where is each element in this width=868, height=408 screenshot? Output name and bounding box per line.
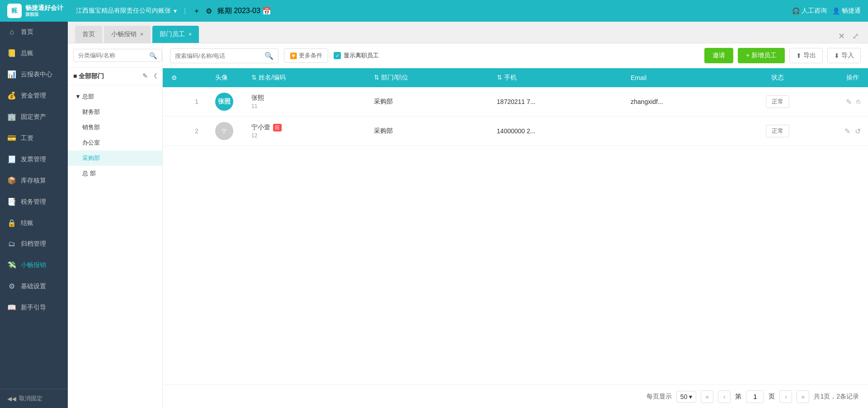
export-btn[interactable]: ⬆ 导出: [789, 48, 823, 63]
dept-node-zongbu[interactable]: ▼ 总部: [68, 89, 162, 104]
dept-zongbu-label: ▼ 总部: [75, 93, 94, 101]
sidebar-item-tax[interactable]: 📑 税务管理: [0, 191, 68, 212]
filter-label: 更多条件: [299, 52, 322, 60]
tab-expense-label: 小畅报销: [111, 30, 137, 38]
employee-search-field[interactable]: 🔍: [170, 48, 278, 63]
sidebar-item-assets[interactable]: 🏢 固定资产: [0, 106, 68, 127]
close-window-btn[interactable]: ✕: [836, 29, 847, 43]
row2-refresh-btn[interactable]: ↺: [855, 127, 861, 136]
collapse-tree-btn[interactable]: 《: [151, 72, 157, 80]
sidebar-item-general-ledger[interactable]: 📒 总账: [0, 42, 68, 64]
sidebar-label-tax: 税务管理: [21, 198, 46, 206]
show-resigned-label: 显示离职员工: [344, 52, 379, 60]
sidebar-item-reports[interactable]: 📊 云报表中心: [0, 64, 68, 85]
sidebar-item-archive[interactable]: 🗂 归档管理: [0, 234, 68, 254]
dept-node-bangongshi[interactable]: 办公室: [68, 135, 162, 150]
last-page-btn[interactable]: »: [797, 390, 809, 403]
col-name-code[interactable]: ⇅ 姓名/编码: [244, 68, 367, 87]
settings-btn[interactable]: ⚙: [206, 7, 212, 15]
col-settings-icon: ⚙: [171, 74, 177, 81]
col-name-code-label: ⇅ 姓名/编码: [251, 74, 286, 81]
col-dept[interactable]: ⇅ 部门/职位: [367, 68, 489, 87]
row2-email: [623, 117, 741, 146]
tab-actions: ✕ ⤢: [836, 29, 861, 43]
toolbar-right: 邀请 + 新增员工 ⬆ 导出 ⬇ 导入: [704, 48, 861, 63]
show-resigned-toggle[interactable]: ✓ 显示离职员工: [334, 52, 379, 60]
import-icon: ⬇: [834, 52, 840, 59]
dropdown-icon: ▾: [174, 7, 177, 14]
tab-expense-close[interactable]: ×: [140, 31, 143, 38]
dept-node-caigoubu[interactable]: 采购部: [68, 150, 162, 166]
dept-node-caiwubu[interactable]: 财务部: [68, 104, 162, 120]
row1-edit-btn[interactable]: ✎: [846, 98, 852, 106]
employee-search-input[interactable]: [175, 52, 262, 59]
user-profile-btn[interactable]: 👤 畅捷通: [832, 7, 861, 15]
content-area: 首页 小畅报销 × 部门员工 × ✕ ⤢ 🔍: [68, 22, 868, 408]
dept-node-xiaoshoubu[interactable]: 销售部: [68, 120, 162, 135]
more-filter-btn[interactable]: 🔽 更多条件: [284, 48, 328, 63]
left-panel: 🔍 ■ 全部部门 ✎ 《 ▼ 总部 财务部: [68, 43, 163, 408]
row1-name: 张熙: [251, 94, 359, 102]
sidebar-item-expense[interactable]: 💸 小畅报销: [0, 254, 68, 276]
ai-consult-btn[interactable]: 🎧 人工咨询: [792, 7, 827, 15]
tab-expense[interactable]: 小畅报销 ×: [104, 26, 151, 43]
period-label: 账期: [217, 6, 232, 16]
ai-consult-label: 人工咨询: [802, 7, 827, 15]
dept-node-zongbu2[interactable]: 总 部: [68, 166, 162, 181]
prev-page-btn[interactable]: ‹: [718, 390, 731, 403]
dept-xiaoshoubu-label: 销售部: [82, 123, 100, 131]
sidebar: ⌂ 首页 📒 总账 📊 云报表中心 💰 资金管理 🏢 固定资产 💳 工资 🧾 发…: [0, 22, 68, 408]
show-resigned-checkbox[interactable]: ✓: [334, 52, 341, 59]
row2-edit-btn[interactable]: ✎: [844, 127, 850, 136]
table-row: 1 张照 张熙 11 采购部: [163, 87, 868, 117]
accounting-period[interactable]: 账期 2023-03 📅: [217, 6, 271, 16]
row1-actions: ✎ ⎋: [814, 87, 868, 117]
invoice-icon: 🧾: [7, 155, 16, 164]
page-number-input[interactable]: [746, 390, 764, 403]
col-avatar: 头像: [208, 68, 244, 87]
col-actions: 操作: [814, 68, 868, 87]
sidebar-item-invoice[interactable]: 🧾 发票管理: [0, 149, 68, 170]
col-settings[interactable]: ⚙: [163, 68, 185, 87]
lock-icon: 🔒: [7, 219, 16, 227]
import-btn[interactable]: ⬇ 导入: [827, 48, 861, 63]
maximize-btn[interactable]: ⤢: [850, 29, 861, 43]
row1-logout-btn[interactable]: ⎋: [856, 98, 861, 106]
sidebar-item-payroll[interactable]: 💳 工资: [0, 127, 68, 149]
tabs-bar: 首页 小畅报销 × 部门员工 × ✕ ⤢: [68, 22, 868, 43]
add-employee-btn[interactable]: + 新增员工: [738, 48, 785, 63]
pin-icon: ◀◀: [7, 395, 16, 402]
company-selector[interactable]: 江西服宝精品有限责任公司内账张 ▾: [76, 7, 177, 15]
dept-search-input[interactable]: [73, 49, 162, 62]
add-company-btn[interactable]: ＋: [193, 6, 200, 16]
dept-search-icon[interactable]: 🔍: [149, 52, 157, 59]
dept-caiwubu-label: 财务部: [82, 108, 100, 116]
sidebar-item-guide[interactable]: 📖 新手引导: [0, 297, 68, 318]
sidebar-item-funds[interactable]: 💰 资金管理: [0, 85, 68, 106]
employee-table: ⚙ 头像 ⇅ 姓名/编码 ⇅ 部门/职位: [163, 68, 868, 146]
sidebar-label-close: 结账: [21, 219, 33, 227]
headset-icon: 🎧: [792, 7, 800, 14]
sidebar-item-close[interactable]: 🔒 结账: [0, 212, 68, 234]
row1-status: 正常: [741, 87, 814, 117]
per-page-value: 50: [680, 393, 688, 400]
first-page-btn[interactable]: «: [701, 390, 713, 403]
tab-department[interactable]: 部门员工 ×: [152, 26, 199, 43]
cancel-pin-btn[interactable]: ◀◀ 取消固定: [0, 389, 68, 408]
invite-btn[interactable]: 邀请: [704, 48, 733, 63]
building-icon: 🏢: [7, 113, 16, 121]
next-page-btn[interactable]: ›: [779, 390, 792, 403]
sidebar-item-settings[interactable]: ⚙ 基础设置: [0, 276, 68, 297]
tab-home[interactable]: 首页: [75, 26, 102, 43]
sidebar-label-assets: 固定资产: [21, 113, 46, 121]
sidebar-item-home[interactable]: ⌂ 首页: [0, 22, 68, 42]
sidebar-item-inventory[interactable]: 📦 库存核算: [0, 170, 68, 191]
tab-department-close[interactable]: ×: [189, 31, 192, 38]
col-phone[interactable]: ⇅ 手机: [490, 68, 623, 87]
import-label: 导入: [841, 52, 854, 60]
company-name: 江西服宝精品有限责任公司内账张: [76, 7, 171, 15]
avatar-ningxiaoyi: 宁: [215, 122, 233, 140]
per-page-select[interactable]: 50 ▾: [676, 391, 697, 403]
dept-bangongshi-label: 办公室: [82, 139, 100, 147]
edit-dept-btn[interactable]: ✎: [142, 72, 148, 80]
